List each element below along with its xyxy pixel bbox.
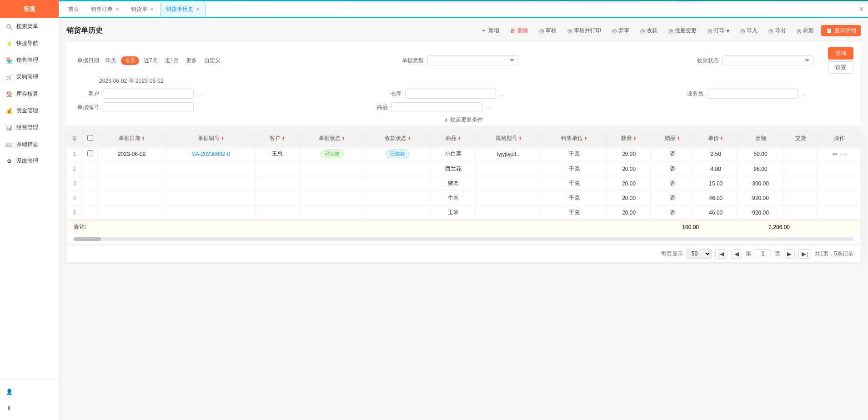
wallet-icon: 💰 <box>5 107 13 115</box>
page-number-input[interactable] <box>755 249 771 258</box>
review-button[interactable]: ◎ 审核 <box>536 25 560 36</box>
print-button[interactable]: ◎ 打印 ▾ <box>704 25 733 36</box>
collect-button[interactable]: ◎ 收款 <box>637 25 661 36</box>
shortcut-7days[interactable]: 近7天 <box>141 56 161 65</box>
col-doc-date[interactable]: 单据日期⬆ <box>97 131 166 146</box>
staff-input[interactable] <box>707 89 798 99</box>
sidebar-item-purchase[interactable]: 🛒 采购管理 <box>0 69 59 85</box>
cell-doc-no <box>166 205 256 220</box>
sort-doc-date: ⬆ <box>141 136 145 141</box>
page-first-button[interactable]: |◀ <box>715 249 728 259</box>
export-button[interactable]: ◎ 导出 <box>765 25 789 36</box>
doc-type-select[interactable] <box>427 55 518 65</box>
sidebar-item-search-menu[interactable]: 搜索菜单 <box>0 18 59 35</box>
shortcut-today[interactable]: 今天 <box>121 56 139 65</box>
col-unit-price[interactable]: 单价⬆ <box>694 131 738 146</box>
review-print-button[interactable]: ◎ 审核并打印 <box>564 25 605 36</box>
sort-gift: ⬆ <box>677 136 680 141</box>
col-qty[interactable]: 数量⬆ <box>607 131 651 146</box>
col-gift[interactable]: 赠品⬆ <box>651 131 694 146</box>
col-doc-no[interactable]: 单据编号⬆ <box>166 131 256 146</box>
col-settings-button[interactable]: ⚙ <box>72 135 77 142</box>
sidebar-item-inventory[interactable]: 🏠 库存核算 <box>0 85 59 102</box>
col-spec[interactable]: 规格型号⬆ <box>476 131 542 146</box>
goods-input[interactable] <box>391 102 482 112</box>
customer-dots[interactable]: ... <box>197 90 202 97</box>
shortcut-1month[interactable]: 近1月 <box>162 56 182 65</box>
shortcut-yesterday[interactable]: 昨天 <box>103 56 119 65</box>
edit-icon[interactable]: ✏ <box>833 150 838 158</box>
tab-sales-invoice-close[interactable]: ✕ <box>150 7 154 12</box>
tabs-close-all[interactable]: ✕ <box>859 5 864 13</box>
col-goods[interactable]: 商品⬆ <box>431 131 476 146</box>
tab-sales-order[interactable]: 销售订单 ✕ <box>85 2 125 16</box>
sidebar-item-basic-info[interactable]: 📖 基础信息 <box>0 136 59 153</box>
sidebar-item-system[interactable]: ⚙ 系统管理 <box>0 153 59 170</box>
doc-no-input[interactable] <box>103 102 194 112</box>
more-icon[interactable]: ⋯ <box>840 150 846 158</box>
col-doc-status[interactable]: 单据状态⬆ <box>299 131 365 146</box>
tab-sales-history[interactable]: 销货单历史 ✕ <box>160 2 206 16</box>
sidebar-item-sales[interactable]: 🏪 销售管理 <box>0 52 59 69</box>
goods-dots[interactable]: ... <box>486 104 491 110</box>
cell-pay-status <box>365 191 431 205</box>
staff-dots[interactable]: ... <box>802 90 806 97</box>
col-pay-status[interactable]: 收款状态⬆ <box>365 131 431 146</box>
sidebar-item-toggle[interactable]: ⏸ <box>0 400 59 416</box>
col-gear[interactable]: ⚙ <box>66 131 83 146</box>
horizontal-scrollbar[interactable] <box>66 234 861 245</box>
doc-no-link[interactable]: SA-20230602-0 <box>192 151 230 157</box>
cell-checkbox[interactable] <box>83 176 97 191</box>
cell-doc-status: 已生效 <box>299 146 365 162</box>
cell-checkbox[interactable] <box>83 191 97 205</box>
sidebar-label-operations: 经营管理 <box>16 124 38 131</box>
sidebar-item-operations[interactable]: 📊 经营管理 <box>0 119 59 136</box>
col-unit[interactable]: 销售单位⬆ <box>542 131 607 146</box>
cell-gift: 否 <box>651 205 694 220</box>
col-checkbox[interactable] <box>83 131 97 146</box>
batch-change-button[interactable]: ◎ 批量变更 <box>665 25 700 36</box>
collapse-button[interactable]: ∧ 收起更多条件 <box>74 116 853 124</box>
select-all-checkbox[interactable] <box>87 135 93 141</box>
page-next-button[interactable]: ▶ <box>784 249 795 259</box>
cell-checkbox[interactable] <box>83 146 97 162</box>
shortcut-custom[interactable]: 自定义 <box>201 56 223 65</box>
add-button[interactable]: ＋ 新增 <box>477 25 503 36</box>
sidebar-item-quick-nav[interactable]: ⚡ 快捷导航 <box>0 35 59 52</box>
import-button[interactable]: ◎ 导入 <box>737 25 761 36</box>
tab-sales-history-close[interactable]: ✕ <box>196 7 200 12</box>
pay-status-select[interactable] <box>722 55 813 65</box>
tab-sales-invoice[interactable]: 销货单 ✕ <box>125 2 159 16</box>
sidebar-item-finance[interactable]: 💰 资金管理 <box>0 102 59 119</box>
filter-settings-button[interactable]: 设置 <box>828 61 853 74</box>
page-title: 销货单历史 <box>66 26 103 35</box>
tab-home[interactable]: 首页 <box>63 2 85 16</box>
cell-checkbox[interactable] <box>83 162 97 176</box>
sidebar-item-user[interactable]: 👤 <box>0 384 59 400</box>
search-button[interactable]: 查询 <box>828 47 853 60</box>
abandon-button[interactable]: ◎ 弃审 <box>608 25 633 36</box>
sidebar-label-finance: 资金管理 <box>16 107 38 115</box>
shortcut-more[interactable]: 更多 <box>183 56 200 65</box>
page-size-select[interactable]: 50 20 100 200 <box>687 249 712 259</box>
cell-pay-status: 已收款 <box>365 146 431 162</box>
warehouse-dots[interactable]: ... <box>500 90 504 97</box>
col-customer[interactable]: 客户⬆ <box>256 131 300 146</box>
pagination-bar: 每页显示 50 20 100 200 |◀ ◀ 第 页 ▶ ▶| 共1页，5条记… <box>66 245 861 262</box>
footer-total-amount: 2,286.00 <box>768 224 790 230</box>
cell-checkbox[interactable] <box>83 205 97 220</box>
collapse-label: 收起更多条件 <box>450 116 483 124</box>
filter-group-goods: 商品 ... <box>362 102 491 112</box>
page-prev-button[interactable]: ◀ <box>731 249 742 259</box>
warehouse-input[interactable] <box>405 89 496 99</box>
show-detail-button[interactable]: 📋 显示明细 <box>821 25 861 36</box>
customer-input[interactable] <box>103 89 194 99</box>
filter-group-warehouse: 仓库 ... <box>376 89 504 99</box>
delete-button[interactable]: 🗑 删除 <box>507 25 532 36</box>
col-deal: 交货 <box>783 131 818 146</box>
row-checkbox[interactable] <box>87 150 93 156</box>
refresh-button[interactable]: ◎ 刷新 <box>793 25 818 36</box>
tab-sales-order-close[interactable]: ✕ <box>115 7 119 12</box>
cell-amount: 300.00 <box>738 176 783 191</box>
page-last-button[interactable]: ▶| <box>798 249 811 259</box>
